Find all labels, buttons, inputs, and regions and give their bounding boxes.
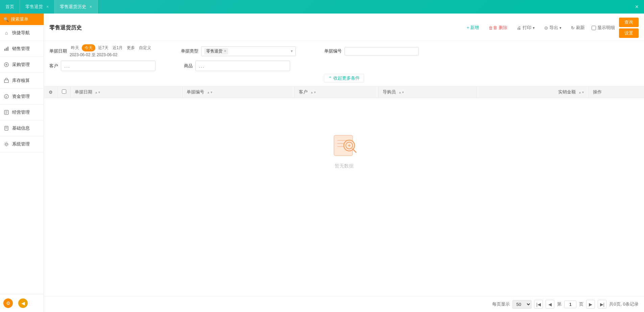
tab-retail-return-close[interactable]: ×: [46, 4, 49, 9]
sidebar-search[interactable]: 🔍 搜索菜单: [0, 14, 44, 25]
date-options-group: 昨天 今天 近7天 近1月 更多 自定义 2023-06-02 至 2023-0…: [70, 44, 152, 58]
empty-state-cell: 暂无数据: [44, 98, 644, 197]
sidebar-search-label: 搜索菜单: [11, 16, 28, 22]
tab-home[interactable]: 首页: [0, 0, 20, 14]
th-actions: 操作: [589, 86, 644, 98]
goods-select[interactable]: …: [195, 61, 290, 71]
th-settings[interactable]: ⚙: [44, 86, 57, 98]
type-select[interactable]: 零售退货 × ▾: [201, 46, 296, 56]
last-page-button[interactable]: ▶|: [598, 300, 606, 309]
voucher-input[interactable]: [344, 47, 419, 55]
th-amount[interactable]: 实销金额 ▲▼: [476, 86, 589, 98]
refresh-button[interactable]: ↻ 刷新: [568, 23, 588, 32]
empty-text: 暂无数据: [335, 163, 354, 169]
system-icon: [3, 141, 9, 147]
th-guide[interactable]: 导购员 ▲▼: [379, 86, 477, 98]
date-label: 单据日期: [49, 48, 67, 54]
per-page-label: 每页显示: [492, 301, 510, 307]
goods-label: 商品: [184, 63, 193, 69]
sidebar-item-basic-info[interactable]: 基础信息: [0, 120, 44, 136]
page-prefix: 第: [557, 301, 562, 307]
add-button[interactable]: + 新增: [464, 23, 482, 32]
settings-icon: ⚙: [49, 90, 53, 95]
home-icon: ⌂: [3, 30, 9, 36]
sidebar-item-sales-label: 销售管理: [12, 46, 30, 52]
customer-select[interactable]: …: [61, 61, 156, 71]
date-opt-1month[interactable]: 近1月: [111, 44, 124, 51]
window-close-button[interactable]: ×: [629, 3, 644, 10]
tab-list: 首页 零售退货 × 零售退货历史 ×: [0, 0, 629, 14]
sidebar-item-finance[interactable]: ¥ 资金管理: [0, 89, 44, 105]
sidebar-item-finance-label: 资金管理: [12, 93, 30, 99]
sidebar-item-system[interactable]: 系统管理: [0, 136, 44, 152]
th-date-label: 单据日期: [75, 89, 92, 94]
svg-rect-4: [4, 80, 8, 83]
date-opt-today[interactable]: 今天: [82, 44, 95, 51]
tab-retail-return-history-close[interactable]: ×: [90, 4, 92, 9]
date-opt-custom[interactable]: 自定义: [138, 44, 152, 51]
filter-goods: 商品 …: [184, 61, 290, 71]
sales-icon: [3, 46, 9, 52]
sidebar-item-quick-nav[interactable]: ⌂ 快捷导航: [0, 25, 44, 41]
sidebar-item-inventory[interactable]: 库存核算: [0, 73, 44, 89]
total-text: 共0页, 0条记录: [609, 301, 639, 307]
collapse-row: ⌃ 收起更多条件: [49, 74, 639, 83]
date-opt-yesterday[interactable]: 昨天: [70, 44, 80, 51]
show-detail-label: 显示明细: [597, 25, 615, 31]
guide-sort-icon: ▲▼: [399, 91, 405, 94]
filter-area: 单据日期 昨天 今天 近7天 近1月 更多 自定义 2023-06-02 至 2…: [44, 41, 644, 86]
customer-sort-icon: ▲▼: [310, 91, 316, 94]
refresh-icon: ↻: [571, 25, 575, 30]
query-button[interactable]: 查询: [619, 18, 639, 27]
sidebar-item-sales[interactable]: 销售管理: [0, 41, 44, 57]
volume-bottom-icon[interactable]: ◀: [18, 298, 28, 308]
date-opt-7days[interactable]: 近7天: [97, 44, 110, 51]
th-date[interactable]: 单据日期 ▲▼: [70, 86, 183, 98]
export-button[interactable]: ⊙ 导出 ▾: [542, 23, 564, 32]
sidebar-item-purchase[interactable]: 采购管理: [0, 57, 44, 73]
first-page-button[interactable]: |◀: [534, 300, 543, 309]
type-tag-close[interactable]: ×: [224, 49, 226, 53]
collapse-button[interactable]: ⌃ 收起更多条件: [324, 74, 364, 83]
settings-button[interactable]: 设置: [619, 28, 639, 38]
export-label: 导出: [549, 25, 558, 31]
pagination: 每页显示 50 100 200 |◀ ◀ 第 页 ▶ ▶| 共0页, 0条记录: [44, 296, 644, 312]
svg-rect-2: [7, 47, 8, 51]
customer-label: 客户: [49, 63, 58, 69]
page-title: 零售退货历史: [49, 24, 82, 31]
show-detail-checkbox-label[interactable]: 显示明细: [592, 25, 615, 31]
settings-bottom-icon[interactable]: ⚙: [3, 298, 13, 308]
sidebar-item-system-label: 系统管理: [12, 141, 30, 147]
main-layout: 🔍 搜索菜单 ⌂ 快捷导航 销售管理 采购管理 库存核算: [0, 14, 644, 312]
filter-type: 单据类型 零售退货 × ▾: [181, 46, 296, 56]
empty-row: 暂无数据: [44, 98, 644, 197]
sidebar-item-operations[interactable]: 经营管理: [0, 105, 44, 120]
date-opt-more[interactable]: 更多: [125, 44, 136, 51]
sidebar-item-purchase-label: 采购管理: [12, 62, 30, 68]
type-label: 单据类型: [181, 48, 198, 54]
sidebar-item-quick-nav-label: 快捷导航: [12, 30, 30, 36]
sidebar: 🔍 搜索菜单 ⌂ 快捷导航 销售管理 采购管理 库存核算: [0, 14, 44, 312]
per-page-select[interactable]: 50 100 200: [512, 300, 531, 309]
show-detail-checkbox[interactable]: [592, 26, 596, 30]
tab-retail-return-history[interactable]: 零售退货历史 ×: [54, 0, 98, 14]
collapse-label: 收起更多条件: [333, 75, 360, 81]
print-chevron-icon: ▾: [533, 26, 535, 30]
page-number-input[interactable]: [564, 300, 576, 308]
delete-button[interactable]: 🗑 🗑 删除: [486, 23, 510, 32]
voucher-label: 单据编号: [324, 48, 342, 54]
prev-page-button[interactable]: ◀: [546, 300, 554, 309]
collapse-chevron-icon: ⌃: [328, 76, 332, 81]
tab-retail-return[interactable]: 零售退货 ×: [20, 0, 54, 14]
th-voucher[interactable]: 单据编号 ▲▼: [183, 86, 295, 98]
date-range-text: 2023-06-02 至 2023-06-02: [70, 52, 152, 58]
page-actions: + 新增 🗑 🗑 删除 🖨 打印 ▾ ⊙ 导出 ▾ ↻ 刷新: [464, 18, 639, 38]
next-page-button[interactable]: ▶: [586, 300, 595, 309]
select-all-checkbox[interactable]: [62, 89, 66, 94]
th-customer[interactable]: 客户 ▲▼: [295, 86, 379, 98]
print-button[interactable]: 🖨 打印 ▾: [514, 23, 538, 32]
th-checkbox[interactable]: [57, 86, 70, 98]
delete-label: 🗑 删除: [493, 25, 507, 31]
svg-point-14: [5, 143, 7, 145]
type-select-value: 零售退货 ×: [204, 48, 228, 54]
